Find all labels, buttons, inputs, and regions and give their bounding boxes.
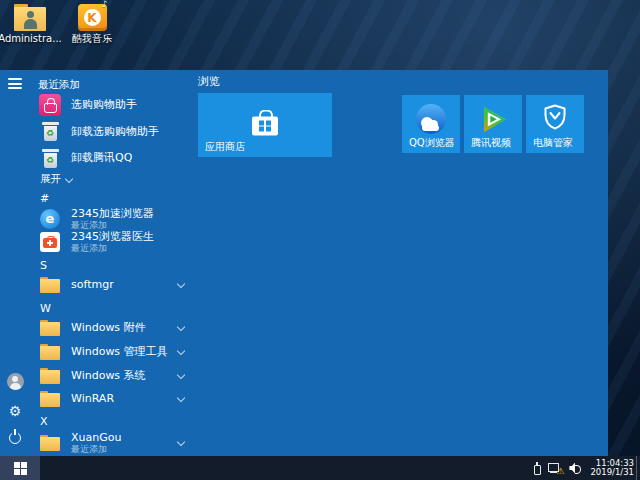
windows-logo-icon <box>14 462 27 475</box>
expand-button[interactable]: 展开 <box>30 171 198 187</box>
store-bag-icon <box>252 116 278 135</box>
kuwo-music-icon: K ♪ <box>78 4 107 31</box>
folder-item-windows-accessories[interactable]: Windows 附件 <box>30 317 198 341</box>
windows-flag-icon <box>259 120 271 131</box>
app-item-2345-browser-doctor[interactable]: 2345浏览器医生 最近添加 <box>30 230 198 254</box>
hamburger-menu-icon[interactable] <box>8 78 22 89</box>
chevron-down-icon <box>177 370 185 378</box>
chevron-down-icon <box>177 394 185 402</box>
app-item-shopping-assistant[interactable]: 选购购物助手 <box>30 92 198 118</box>
folder-icon <box>40 277 60 293</box>
desktop-icon-kuwo-music[interactable]: K ♪ 酷我音乐 <box>66 4 118 44</box>
letter-header-s[interactable]: S <box>30 254 198 274</box>
folder-item-winrar[interactable]: WinRAR <box>30 387 198 411</box>
letter-header-w[interactable]: W <box>30 297 198 317</box>
folder-item-softmgr[interactable]: softmgr <box>30 274 198 298</box>
tile-app-store[interactable]: 应用商店 <box>198 93 332 157</box>
browser-e-icon <box>40 209 60 229</box>
app-item-uninstall-shopping-assistant[interactable]: ♻ 卸载选购购物助手 <box>30 118 198 144</box>
qq-browser-icon <box>416 104 446 134</box>
clock-date: 2019/1/31 <box>590 468 634 478</box>
shopping-bag-icon <box>39 94 61 116</box>
network-warning-icon[interactable]: ⚠ <box>548 462 562 474</box>
folder-icon <box>40 344 60 360</box>
folder-icon <box>40 320 60 336</box>
start-menu-rail: ⚙ <box>0 70 30 456</box>
tile-tencent-video[interactable]: 腾讯视频 <box>464 95 522 153</box>
shield-check-icon <box>543 104 567 134</box>
tile-qq-browser[interactable]: QQ浏览器 <box>402 95 460 153</box>
power-icon[interactable] <box>9 432 21 444</box>
chevron-down-icon <box>177 347 185 355</box>
folder-icon <box>40 368 60 384</box>
tile-group-header[interactable]: 浏览 <box>198 74 220 89</box>
folder-item-windows-system[interactable]: Windows 系统 <box>30 364 198 388</box>
desktop-icon-area: Administra... K ♪ 酷我音乐 <box>4 4 118 44</box>
uninstall-trash-icon: ♻ <box>42 148 59 169</box>
folder-item-windows-admin-tools[interactable]: Windows 管理工具 <box>30 340 198 364</box>
start-button[interactable] <box>0 456 40 480</box>
chevron-down-icon <box>177 438 185 446</box>
taskbar: ⚠ 11:04:33 2019/1/31 <box>0 456 640 480</box>
show-desktop-button[interactable] <box>636 456 640 480</box>
music-note-icon: ♪ <box>102 0 108 9</box>
letter-header-hash[interactable]: # <box>30 187 198 207</box>
person-icon <box>23 11 37 29</box>
tile-pc-manager[interactable]: 电脑管家 <box>526 95 584 153</box>
recent-added-header: 最近添加 <box>30 78 198 92</box>
taskbar-clock[interactable]: 11:04:33 2019/1/31 <box>590 459 634 478</box>
folder-item-xuangou[interactable]: XuanGou 最近添加 <box>30 430 198 456</box>
settings-gear-icon[interactable]: ⚙ <box>9 404 22 418</box>
volume-icon[interactable] <box>569 463 583 474</box>
warning-icon: ⚠ <box>556 467 564 476</box>
user-folder-icon <box>13 4 47 31</box>
medical-kit-icon <box>40 232 60 252</box>
folder-icon <box>40 391 60 407</box>
desktop-icon-label: 酷我音乐 <box>72 33 112 44</box>
desktop-icon-administrator-folder[interactable]: Administra... <box>4 4 56 44</box>
app-item-2345-browser[interactable]: 2345加速浏览器 最近添加 <box>30 207 198 231</box>
user-avatar[interactable] <box>7 373 24 390</box>
tile-panel: 浏览 应用商店 QQ浏览器 腾讯视频 <box>198 70 608 456</box>
system-tray: ⚠ 11:04:33 2019/1/31 <box>533 456 634 480</box>
chevron-down-icon <box>177 280 185 288</box>
desktop: Administra... K ♪ 酷我音乐 ⚙ 最近添加 选购购物助手 <box>0 0 640 480</box>
usb-device-icon[interactable] <box>533 462 541 474</box>
app-list: 最近添加 选购购物助手 ♻ 卸载选购购物助手 ♻ 卸载腾讯QQ 展开 # <box>30 70 198 456</box>
play-triangle-icon <box>480 106 507 133</box>
folder-icon <box>40 435 60 451</box>
letter-header-x[interactable]: X <box>30 411 198 431</box>
start-menu: ⚙ 最近添加 选购购物助手 ♻ 卸载选购购物助手 ♻ 卸载腾讯QQ 展开 <box>0 70 608 456</box>
uninstall-trash-icon: ♻ <box>42 121 59 142</box>
chevron-down-icon <box>65 175 73 183</box>
chevron-down-icon <box>177 323 185 331</box>
desktop-icon-label: Administra... <box>0 33 62 44</box>
app-item-uninstall-qq[interactable]: ♻ 卸载腾讯QQ <box>30 145 198 171</box>
